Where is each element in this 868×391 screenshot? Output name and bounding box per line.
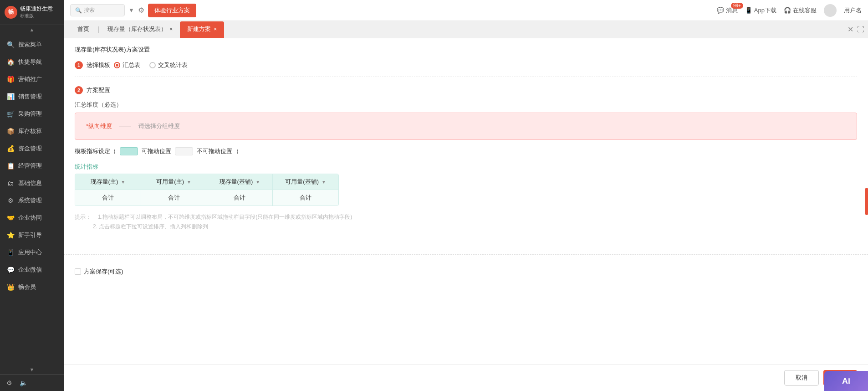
sidebar-item-system[interactable]: ⚙ 系统管理 [0, 192, 64, 209]
summary-dim-label: 汇总维度（必选） [75, 101, 857, 109]
spacer [75, 140, 857, 147]
volume-icon[interactable]: 🔈 [20, 379, 27, 386]
tip-line-2: 2. 点击标题栏下拉可设置排序、插入列和删除列 [75, 223, 857, 231]
clipboard-icon: 📋 [6, 162, 15, 170]
save-option-section: 方案保存(可选) [64, 262, 868, 281]
dim-separator: —— [119, 123, 131, 130]
topbar-left: 🔍 搜索 ▼ ⚙ 体验行业方案 [70, 4, 712, 17]
dim-field-label: *纵向维度 [86, 122, 112, 130]
topbar-right: 💬 消息 99+ 📱 App下载 🎧 在线客服 用户名 [717, 4, 862, 17]
trial-btn[interactable]: 体验行业方案 [148, 4, 196, 17]
settings-icon[interactable]: ⚙ [6, 379, 12, 386]
tip-text-1: 1.拖动标题栏可以调整布局，不可跨维度或指标区域拖动栏目字段(只能在同一维度或指… [98, 214, 352, 220]
sidebar-item-member[interactable]: 👑 畅会员 [0, 278, 64, 296]
tab-close-icon[interactable]: × [169, 26, 173, 32]
tip-title: 提示： [75, 214, 97, 220]
tab-home[interactable]: 首页 [70, 21, 97, 38]
tips-section: 提示： 1.拖动标题栏可以调整布局，不可跨维度或指标区域拖动栏目字段(只能在同一… [75, 213, 857, 231]
close-panel-icon[interactable]: ✕ [848, 25, 853, 34]
sidebar-item-finance[interactable]: 💰 资金管理 [0, 140, 64, 157]
cancel-button[interactable]: 取消 [784, 370, 819, 386]
radio-summary[interactable]: 汇总表 [114, 61, 140, 69]
stats-section: 统计指标 现存量(主) ▼ 可用量(主) ▼ [75, 163, 857, 206]
app-download-btn[interactable]: 📱 App下载 [745, 6, 776, 15]
section-config: 2 方案配置 汇总维度（必选） *纵向维度 —— 请选择分组维度 模板指标设定（… [75, 86, 857, 231]
tab-close-icon[interactable]: × [214, 26, 217, 32]
phone-icon: 📱 [745, 7, 752, 14]
sidebar-item-inventory[interactable]: 📦 库存核算 [0, 123, 64, 140]
sidebar-item-sales[interactable]: 📊 销售管理 [0, 88, 64, 105]
stats-body-row: 合计 合计 合计 合计 [75, 190, 338, 206]
stats-body-cell-2: 合计 [207, 190, 273, 206]
dropdown-chevron-3[interactable]: ▼ [322, 180, 326, 185]
topbar-gear-icon[interactable]: ⚙ [138, 6, 144, 15]
username-label: 用户名 [844, 6, 862, 15]
dim-placeholder: 请选择分组维度 [138, 122, 180, 130]
ai-badge[interactable]: Ai [824, 371, 868, 391]
sidebar-scroll-up[interactable]: ▲ [0, 25, 64, 34]
stats-body-cell-1: 合计 [141, 190, 207, 206]
sidebar-item-nav[interactable]: 🏠 快捷导航 [0, 53, 64, 71]
tabbar: 首页 | 现存量（库存状况表） × 新建方案 × ✕ ⛶ [64, 21, 868, 38]
dropdown-chevron-2[interactable]: ▼ [255, 180, 260, 185]
tab-new-plan[interactable]: 新建方案 × [180, 21, 224, 38]
chat-icon: 💬 [6, 266, 15, 273]
radio-cross[interactable]: 交叉统计表 [149, 61, 188, 69]
sidebar-item-search[interactable]: 🔍 搜索菜单 [0, 36, 64, 53]
app-download-label: App下载 [754, 6, 776, 15]
message-icon: 💬 [717, 7, 724, 14]
sidebar-item-label: 基础信息 [18, 179, 42, 187]
sidebar-item-label: 畅会员 [18, 283, 36, 291]
section2-num: 2 [75, 86, 83, 94]
save-checkbox[interactable]: 方案保存(可选) [75, 268, 123, 276]
topbar-search-box[interactable]: 🔍 搜索 [70, 4, 125, 16]
app-logo: 畅 畅康通好生意 标准版 [0, 0, 64, 25]
sidebar-scroll-down[interactable]: ▼ [0, 365, 64, 374]
radio-cross-label: 交叉统计表 [158, 61, 188, 69]
sidebar-item-apps[interactable]: 📱 应用中心 [0, 244, 64, 261]
not-draggable-indicator [175, 147, 193, 155]
bottom-divider [64, 254, 868, 255]
sidebar-item-label: 搜索菜单 [18, 41, 42, 49]
crown-icon: 👑 [6, 283, 15, 291]
gear-icon: ⚙ [6, 197, 15, 204]
content-area: 现存量(库存状况表)方案设置 1 选择模板 汇总表 交叉统计表 [64, 38, 868, 364]
header-label-0: 现存量(主) [91, 178, 118, 186]
expand-panel-icon[interactable]: ⛶ [857, 26, 864, 34]
topbar-dropdown-icon[interactable]: ▼ [128, 7, 134, 14]
home-icon: 🏠 [6, 58, 15, 66]
stats-body-cell-0: 合计 [75, 190, 141, 206]
sidebar-item-purchase[interactable]: 🛒 采购管理 [0, 105, 64, 123]
sidebar-item-guide[interactable]: ⭐ 新手引导 [0, 226, 64, 244]
message-btn[interactable]: 💬 消息 99+ [717, 6, 738, 15]
section1-header: 1 选择模板 汇总表 交叉统计表 [75, 61, 857, 69]
service-btn[interactable]: 🎧 在线客服 [784, 6, 817, 15]
header-label-3: 可用量(基辅) [285, 178, 319, 186]
settings-panel: 现存量(库存状况表)方案设置 1 选择模板 汇总表 交叉统计表 [64, 38, 868, 247]
sidebar: 畅 畅康通好生意 标准版 ▲ 🔍 搜索菜单 🏠 快捷导航 🎁 营销推广 📊 销售… [0, 0, 64, 391]
search-placeholder: 搜索 [84, 6, 95, 14]
template-radio-group: 汇总表 交叉统计表 [114, 61, 188, 69]
sidebar-item-basic[interactable]: 🗂 基础信息 [0, 175, 64, 192]
headset-icon: 🎧 [784, 7, 791, 14]
search-icon: 🔍 [6, 41, 15, 48]
dropdown-chevron-0[interactable]: ▼ [121, 180, 125, 185]
sidebar-item-ops[interactable]: 📋 经营管理 [0, 157, 64, 175]
indicator-label-text: 模板指标设定（ [75, 147, 116, 155]
user-avatar [824, 4, 837, 17]
stats-table: 现存量(主) ▼ 可用量(主) ▼ 现存量(基辅) ▼ [75, 174, 339, 206]
sidebar-item-corp[interactable]: 🤝 企业协同 [0, 209, 64, 226]
header-label-1: 可用量(主) [156, 178, 184, 186]
sidebar-item-marketing[interactable]: 🎁 营销推广 [0, 71, 64, 88]
dropdown-chevron-1[interactable]: ▼ [187, 180, 191, 185]
save-checkbox-box[interactable] [75, 268, 81, 275]
tab-inventory-status[interactable]: 现存量（库存状况表） × [100, 21, 180, 38]
sidebar-item-label: 资金管理 [18, 144, 42, 153]
indicator-row: 模板指标设定（ 可拖动位置 不可拖动位置 ） [75, 147, 857, 155]
radio-dot-summary [114, 62, 120, 68]
right-scroll-handle [865, 188, 868, 215]
sidebar-nav: 🔍 搜索菜单 🏠 快捷导航 🎁 营销推广 📊 销售管理 🛒 采购管理 📦 库存核… [0, 34, 64, 365]
gift-icon: 🎁 [6, 76, 15, 83]
sidebar-item-wechat[interactable]: 💬 企业微信 [0, 261, 64, 278]
sidebar-item-label: 应用中心 [18, 248, 42, 257]
